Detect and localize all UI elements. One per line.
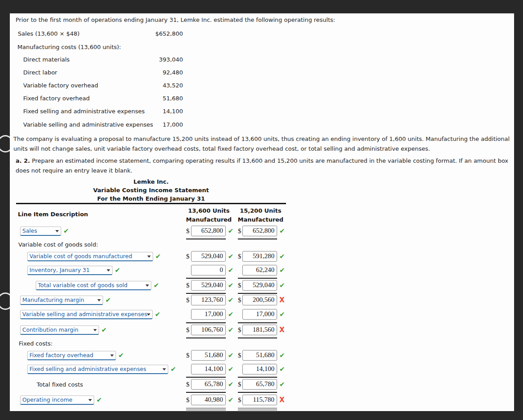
line-item-select[interactable]: Operating income [20,395,94,405]
amount-input[interactable]: 115,780 [242,395,277,405]
units-col1-line1: 13,600 Units [183,206,235,215]
check-icon: ✔ [228,379,235,389]
check-icon: ✔ [279,309,286,319]
check-icon: ✔ [155,251,162,261]
amount-input[interactable]: 51,680 [191,350,226,361]
statement-row-total-fixed: Total fixed costs $65,780✔ $65,780✔ [16,379,286,392]
amount-input[interactable]: 652,800 [242,226,277,236]
title-divider [16,203,286,204]
static-line-item-label: Total fixed costs [37,381,83,388]
income-statement: Lemke Inc. Variable Costing Income State… [16,13,286,411]
statement-row-operating-income: Operating income ✔ $40,980✔ $115,780X [16,394,286,408]
units-col2-line1: 15,200 Units [235,206,286,215]
x-icon: X [279,395,286,405]
units-col1-header: 13,600 Units Manufactured [183,206,235,224]
line-item-header: Line Item Description [18,211,88,218]
amount-input[interactable]: 17,000 [242,309,277,320]
x-icon: X [279,325,286,335]
chevron-down-icon [88,399,92,401]
dollar-sign: $ [186,352,190,359]
amount-input[interactable]: 51,680 [242,350,277,361]
chevron-down-icon [55,230,59,232]
amount-input[interactable]: 529,040 [191,280,226,291]
check-icon: ✔ [228,265,235,275]
dollar-sign: $ [186,326,190,334]
content-panel: Prior to the first month of operations e… [10,13,514,411]
line-item-select[interactable]: Variable selling and administrative expe… [20,310,153,319]
amount-input[interactable]: 65,780 [191,379,226,390]
amount-input[interactable]: 652,800 [191,226,226,236]
amount-input[interactable]: 200,560 [242,295,277,305]
statement-row-inventory: Inventory, January 31 ✔ 0✔ 62,240✔ [16,264,286,278]
line-item-select[interactable]: Fixed factory overhead [27,351,116,360]
statement-period: For the Month Ending January 31 [16,194,286,203]
dollar-sign: $ [238,296,241,304]
page-background: { "page": { "intro": "Prior to the first… [0,0,523,420]
amount-input[interactable]: 65,780 [242,379,277,390]
chevron-down-icon [162,368,166,371]
check-icon: ✔ [228,325,235,335]
amount-input[interactable]: 123,760 [191,295,226,305]
check-icon: ✔ [279,226,286,236]
amount-input[interactable]: 106,760 [191,325,226,335]
check-icon: ✔ [228,350,235,360]
amount-input[interactable]: 0 [191,265,226,276]
select-value: Fixed selling and administrative expense… [29,366,146,372]
check-icon: ✔ [170,364,178,374]
amount-input[interactable]: 14,100 [191,364,226,375]
check-icon: ✔ [63,226,71,236]
line-item-select[interactable]: Sales [20,226,61,236]
check-icon: ✔ [101,325,108,335]
line-item-select[interactable]: Fixed selling and administrative expense… [27,365,168,374]
check-icon: ✔ [228,251,235,261]
statement-title: Variable Costing Income Statement [16,186,286,194]
select-value: Variable cost of goods manufactured [29,253,132,259]
check-icon: ✔ [279,251,286,261]
select-value: Manufacturing margin [22,296,84,303]
check-icon: ✔ [155,309,162,319]
amount-input[interactable]: 181,560 [242,325,277,335]
dollar-sign: $ [238,396,241,404]
check-icon: ✔ [228,280,235,290]
check-icon: ✔ [96,395,104,405]
amount-input[interactable]: 62,240 [242,265,277,276]
amount-input[interactable]: 529,040 [191,251,226,262]
statement-row-fsa: Fixed selling and administrative expense… [16,363,286,377]
chevron-down-icon [97,299,101,301]
units-col1-line2: Manufactured [183,215,235,224]
amount-input[interactable]: 529,040 [242,280,277,291]
dollar-sign: $ [238,282,241,289]
amount-input[interactable]: 40,980 [191,395,226,405]
statement-row-vcogm: Variable cost of goods manufactured ✔ $5… [16,251,286,264]
dollar-sign: $ [186,396,190,404]
check-icon: ✔ [228,295,235,305]
check-icon: ✔ [228,395,235,405]
dollar-sign: $ [186,296,190,304]
check-icon: ✔ [118,350,125,360]
dollar-sign: $ [238,227,241,235]
amount-input[interactable]: 14,100 [242,364,277,375]
chevron-down-icon [147,255,151,258]
select-value: Contribution margin [22,326,79,333]
dollar-sign: $ [186,282,190,289]
amount-input[interactable]: 17,000 [191,309,226,320]
line-item-select[interactable]: Inventory, January 31 [27,266,112,275]
select-value: Fixed factory overhead [29,352,93,358]
dollar-sign: $ [238,381,241,388]
amount-input[interactable]: 591,280 [242,251,277,262]
statement-row-contribution-margin: Contribution margin ✔ $106,760✔ $181,560… [16,324,286,338]
check-icon: ✔ [115,265,122,275]
select-value: Variable selling and administrative expe… [22,311,147,317]
line-item-select[interactable]: Variable cost of goods manufactured [27,252,153,261]
dollar-sign: $ [186,381,190,388]
line-item-select[interactable]: Manufacturing margin [20,296,103,305]
line-item-select[interactable]: Total variable cost of goods sold [36,281,151,290]
check-icon: ✔ [228,226,235,236]
select-value: Operating income [22,396,72,403]
chevron-down-icon [93,329,97,331]
statement-company: Lemke Inc. [16,177,286,186]
units-col2-line2: Manufactured [235,215,286,224]
line-item-select[interactable]: Contribution margin [20,325,99,335]
chevron-down-icon [145,284,149,287]
statement-row-var-sa: Variable selling and administrative expe… [16,309,286,322]
